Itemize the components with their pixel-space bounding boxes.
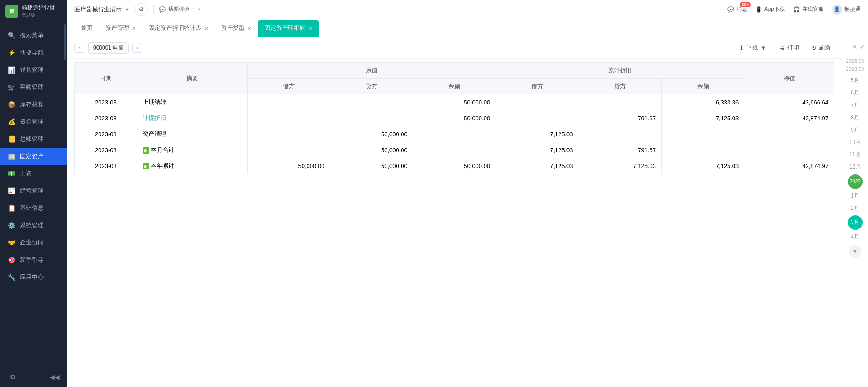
- ledger-icon: 📒: [7, 135, 15, 143]
- app-download-button[interactable]: 📱 App下载: [755, 5, 785, 13]
- sidebar-item-funds[interactable]: 💰 资金管理: [0, 113, 67, 130]
- tab-asset-detail-close[interactable]: ✕: [308, 25, 312, 31]
- next-arrow[interactable]: ›: [132, 43, 142, 53]
- quick-nav-icon: ⚡: [7, 49, 15, 57]
- sidebar-footer: ⚙ ◀◀: [0, 367, 67, 387]
- timeline-item[interactable]: 12月: [842, 161, 868, 173]
- timeline-item[interactable]: 1月: [842, 190, 868, 202]
- tab-home-label: 首页: [81, 24, 93, 32]
- app-title-area: 畅捷通好业财 普及版: [22, 5, 55, 18]
- print-label: 打印: [787, 44, 799, 52]
- sidebar-nav: 🔍 搜索菜单 ⚡ 快捷导航 📊 销售管理 🛒 采购管理 📦 库存核算 💰 资金管…: [0, 27, 67, 367]
- main-area: 医疗器械行业演示 ▼ ⚙ 💬 我要体验一下 💬 消息 99+ 📱 App下载 🎧…: [67, 0, 868, 387]
- summary-cell: ▣本月合计: [137, 142, 247, 158]
- timeline-item[interactable]: 2023: [848, 174, 863, 189]
- sidebar-item-ledger[interactable]: 📒 总账管理: [0, 130, 67, 148]
- sidebar-item-label: 应用中心: [20, 273, 44, 281]
- close-panel-icon[interactable]: ✕: [853, 44, 857, 50]
- company-chevron-icon: ▼: [124, 7, 129, 12]
- sidebar-item-basic-info[interactable]: 📋 基础信息: [0, 199, 67, 217]
- trial-button[interactable]: 💬 我要体验一下: [159, 5, 201, 13]
- timeline-item[interactable]: 7月: [842, 99, 868, 111]
- sidebar-item-inventory[interactable]: 📦 库存核算: [0, 96, 67, 113]
- th-orig-debit: 借方: [247, 79, 330, 94]
- timeline-scroll-down-icon[interactable]: ▼: [849, 245, 862, 258]
- timeline-item[interactable]: 11月: [842, 149, 868, 161]
- system-icon: ⚙️: [7, 221, 15, 229]
- sidebar-item-salary[interactable]: 💵 工资: [0, 165, 67, 182]
- app-download-icon: 📱: [755, 6, 762, 13]
- tab-depreciation-stat-label: 固定资产折旧统计表: [149, 24, 202, 32]
- sidebar-item-label: 库存核算: [20, 100, 44, 109]
- user-menu[interactable]: 👤 畅捷通: [832, 5, 861, 15]
- tab-asset-mgmt-close[interactable]: ✕: [132, 25, 136, 31]
- sidebar-item-label: 快捷导航: [20, 49, 44, 57]
- timeline-item[interactable]: 9月: [842, 124, 868, 136]
- sidebar-item-system[interactable]: ⚙️ 系统管理: [0, 217, 67, 234]
- tab-asset-detail[interactable]: 固定资产明细账 ✕: [258, 20, 319, 37]
- summary-cell[interactable]: 计提折旧: [137, 110, 247, 126]
- sidebar-item-label: 基础信息: [20, 204, 44, 212]
- salary-icon: 💵: [7, 169, 15, 178]
- th-original-value: 原值: [247, 63, 496, 79]
- sidebar-item-sales[interactable]: 📊 销售管理: [0, 61, 67, 79]
- timeline-item[interactable]: 3月: [848, 215, 863, 230]
- topbar-divider: [153, 5, 154, 14]
- collapse-icon[interactable]: ◀◀: [49, 372, 60, 382]
- timeline-item[interactable]: 8月: [842, 112, 868, 124]
- settings-footer-icon[interactable]: ⚙: [7, 372, 18, 382]
- table-row: 2023-03资产清理50,000.007,125.03: [75, 126, 834, 142]
- app-subtitle: 普及版: [22, 12, 55, 18]
- message-button[interactable]: 💬 消息 99+: [727, 5, 747, 13]
- timeline-item[interactable]: 4月: [842, 231, 868, 243]
- tab-asset-type-label: 资产类型: [221, 24, 245, 32]
- next-arrow-icon: ›: [137, 45, 139, 50]
- tab-depreciation-stat-close[interactable]: ✕: [204, 25, 208, 31]
- sidebar-item-quick-nav[interactable]: ⚡ 快捷导航: [0, 44, 67, 61]
- sidebar-item-fixed-assets[interactable]: 🏢 固定资产: [0, 148, 67, 165]
- content-main: ‹ 000001 电脑 › ⬇ 下载 ▼ 🖨 打印: [67, 37, 842, 387]
- th-accum-balance: 余额: [661, 79, 744, 94]
- th-summary: 摘要: [137, 63, 247, 94]
- search-icon: 🔍: [7, 31, 15, 40]
- download-label: 下载: [746, 44, 758, 52]
- right-panel-header: ✕ ⤢: [842, 37, 868, 56]
- company-settings-button[interactable]: ⚙: [135, 3, 148, 16]
- sidebar-item-app-center[interactable]: 🔧 应用中心: [0, 268, 67, 286]
- app-title: 畅捷通好业财: [22, 5, 55, 12]
- tab-home[interactable]: 首页: [74, 20, 99, 37]
- print-button[interactable]: 🖨 打印: [775, 42, 803, 54]
- summary-cell: 资产清理: [137, 126, 247, 142]
- refresh-button[interactable]: ↻ 刷新: [808, 42, 834, 54]
- sidebar-item-purchase[interactable]: 🛒 采购管理: [0, 79, 67, 96]
- sidebar-item-label: 采购管理: [20, 83, 44, 91]
- sidebar-item-label: 工资: [20, 169, 32, 178]
- sidebar-item-label: 销售管理: [20, 66, 44, 74]
- sidebar-item-enterprise[interactable]: 🤝 企业协同: [0, 234, 67, 251]
- message-badge: 99+: [740, 2, 750, 7]
- timeline-item[interactable]: 6月: [842, 87, 868, 99]
- timeline-item[interactable]: 2月: [842, 202, 868, 214]
- tab-asset-type[interactable]: 资产类型 ✕: [215, 20, 258, 37]
- timeline-item[interactable]: 10月: [842, 136, 868, 149]
- company-selector[interactable]: 医疗器械行业演示 ▼: [74, 5, 129, 14]
- sidebar-item-operations[interactable]: 📈 经营管理: [0, 182, 67, 199]
- service-button[interactable]: 🎧 在线客服: [793, 5, 824, 13]
- sidebar-item-label: 固定资产: [20, 152, 44, 160]
- trial-icon: 💬: [159, 6, 166, 13]
- sidebar-item-search[interactable]: 🔍 搜索菜单: [0, 27, 67, 44]
- sales-icon: 📊: [7, 66, 15, 74]
- refresh-label: 刷新: [819, 44, 831, 52]
- tab-asset-mgmt[interactable]: 资产管理 ✕: [99, 20, 142, 37]
- timeline-item[interactable]: 5月: [842, 74, 868, 87]
- download-button[interactable]: ⬇ 下载 ▼: [735, 42, 770, 54]
- th-accumulated-depreciation: 累计折旧: [496, 63, 744, 79]
- sidebar-item-guide[interactable]: 🎯 新手引导: [0, 251, 67, 268]
- tab-asset-type-close[interactable]: ✕: [248, 25, 252, 31]
- prev-arrow[interactable]: ‹: [74, 43, 84, 53]
- sidebar-item-label: 经营管理: [20, 187, 44, 195]
- sub-nav-actions: ⬇ 下载 ▼ 🖨 打印 ↻ 刷新: [735, 42, 834, 54]
- expand-panel-icon[interactable]: ⤢: [860, 44, 864, 50]
- tab-depreciation-stat[interactable]: 固定资产折旧统计表 ✕: [142, 20, 215, 37]
- th-accum-credit: 贷方: [579, 79, 661, 94]
